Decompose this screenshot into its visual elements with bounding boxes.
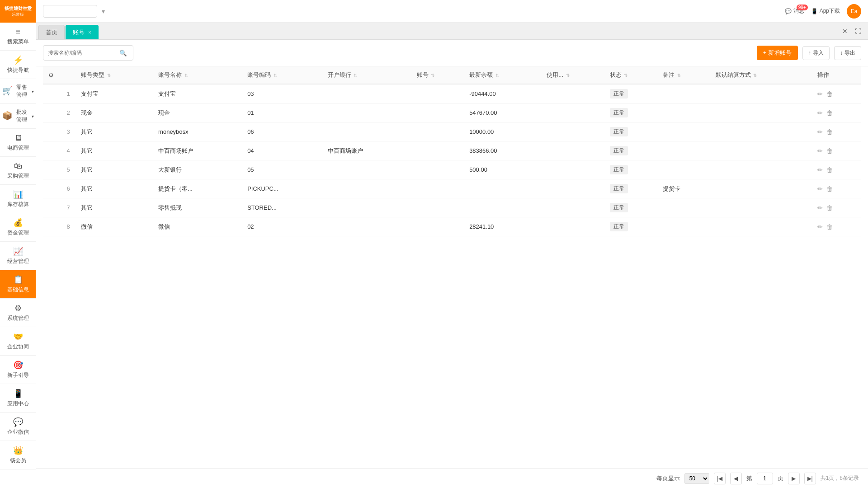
edit-button[interactable]: ✏ [817,109,823,117]
edit-button[interactable]: ✏ [817,204,823,211]
col-balance-header[interactable]: 最新余额 ⇅ [466,66,543,84]
cell-settings [43,84,59,103]
sidebar-item-wholesale[interactable]: 📦 批发管理 ▾ [0,104,36,129]
edit-button[interactable]: ✏ [817,223,823,230]
page-prev-button[interactable]: ◀ [730,473,742,484]
per-page-select[interactable]: 50 20 100 [684,473,709,484]
col-type-label: 账号类型 [81,71,104,78]
cell-balance: 500.00 [466,160,543,179]
col-type-header[interactable]: 账号类型 ⇅ [77,66,155,84]
edit-button[interactable]: ✏ [817,166,823,174]
tab-home[interactable]: 首页 [38,25,65,39]
cell-name: 零售抵现 [155,198,244,217]
app-download-button[interactable]: 📱 App下载 [811,7,840,15]
sidebar-item-purchase[interactable]: 🛍 采购管理 [0,157,36,185]
tab-actions: ✕ ⛶ [840,26,863,37]
sidebar-item-finance[interactable]: 💰 资金管理 [0,213,36,242]
col-default-settle-header[interactable]: 默认结算方式 ⇅ [712,66,814,84]
sidebar-item-system[interactable]: ⚙ 系统管理 [0,299,36,327]
page-first-button[interactable]: |◀ [714,473,726,484]
sidebar-item-ecommerce[interactable]: 🖥 电商管理 [0,129,36,157]
cell-code: 05 [244,160,324,179]
message-button[interactable]: 💬 消息 99+ [785,7,804,15]
cell-balance: -90444.00 [466,84,543,103]
cell-account [413,179,466,198]
dropdown-arrow-icon[interactable]: ▾ [102,8,105,15]
tab-bar: 首页 账号 × ✕ ⛶ [36,23,868,40]
edit-button[interactable]: ✏ [817,147,823,155]
table-row: 8 微信 微信 02 28241.10 正常 ✏ 🗑 [43,217,861,236]
tab-home-label: 首页 [46,28,57,37]
page-last-button[interactable]: ▶| [804,473,816,484]
sidebar-item-inventory[interactable]: 📊 库存核算 [0,185,36,213]
import-button[interactable]: ↑ 导入 [802,46,830,60]
col-status-header[interactable]: 状态 ⇅ [606,66,659,84]
delete-button[interactable]: 🗑 [826,166,833,174]
sidebar-item-newbie[interactable]: 🎯 新手引导 [0,356,36,384]
sidebar-item-wechat-work[interactable]: 💬 企业微信 [0,413,36,441]
finance-icon: 💰 [13,218,23,228]
sidebar-item-search-menu[interactable]: ≡ 搜索菜单 [0,23,36,51]
cell-remark: 提货卡 [659,179,712,198]
sidebar-item-label: 库存核算 [7,201,29,208]
table-row: 4 其它 中百商场账户 04 中百商场账户 383866.00 正常 ✏ 🗑 [43,141,861,160]
cell-status: 正常 [606,217,659,236]
delete-button[interactable]: 🗑 [826,204,833,211]
sidebar-item-basic-info[interactable]: 📋 基础信息 [0,270,36,299]
page-number-input[interactable] [757,473,773,484]
delete-button[interactable]: 🗑 [826,147,833,155]
sort-icon: ⇅ [677,73,681,78]
avatar[interactable]: Ea [847,4,861,19]
tab-expand-button[interactable]: ⛶ [853,26,863,37]
col-code-header[interactable]: 账号编码 ⇅ [244,66,324,84]
cell-name: moneybosx [155,122,244,141]
tab-close-icon[interactable]: × [88,29,91,36]
col-settings[interactable]: ⚙ [43,66,59,84]
export-button[interactable]: ↓ 导出 [834,46,861,60]
delete-button[interactable]: 🗑 [826,185,833,192]
delete-button[interactable]: 🗑 [826,90,833,98]
cell-num: 3 [59,122,77,141]
sidebar-item-label: 基础信息 [7,286,29,294]
edit-button[interactable]: ✏ [817,90,823,98]
page-next-button[interactable]: ▶ [788,473,800,484]
sidebar-item-quick-nav[interactable]: ⚡ 快捷导航 [0,51,36,79]
export-label: 导出 [844,49,855,57]
edit-button[interactable]: ✏ [817,185,823,192]
delete-button[interactable]: 🗑 [826,109,833,117]
tab-close-page-button[interactable]: ✕ [840,26,850,37]
cell-default-settle [712,141,814,160]
col-name-header[interactable]: 账号名称 ⇅ [155,66,244,84]
sidebar-item-app-center[interactable]: 📱 应用中心 [0,384,36,413]
search-button[interactable]: 🔍 [116,46,130,60]
cell-settings [43,103,59,122]
col-account-header[interactable]: 账号 ⇅ [413,66,466,84]
col-default-settle-label: 默认结算方式 [716,71,751,78]
col-bank-header[interactable]: 开户银行 ⇅ [324,66,413,84]
add-account-button[interactable]: + 新增账号 [757,46,798,60]
cell-status: 正常 [606,141,659,160]
purchase-icon: 🛍 [14,161,22,171]
delete-button[interactable]: 🗑 [826,223,833,230]
tab-account[interactable]: 账号 × [66,25,99,39]
cell-code: PICKUPC... [244,179,324,198]
col-usage-header[interactable]: 使用... ⇅ [543,66,606,84]
edit-button[interactable]: ✏ [817,128,823,136]
search-input[interactable] [43,47,116,59]
cell-name: 微信 [155,217,244,236]
sidebar-item-enterprise-collab[interactable]: 🤝 企业协同 [0,327,36,356]
delete-button[interactable]: 🗑 [826,128,833,136]
cell-bank [324,84,413,103]
col-remark-header[interactable]: 备注 ⇅ [659,66,712,84]
cell-type: 其它 [77,122,155,141]
sort-icon: ⇅ [184,73,188,78]
sidebar-item-retail[interactable]: 🛒 零售管理 ▾ [0,79,36,104]
cell-account [413,160,466,179]
top-search-input[interactable] [43,5,97,18]
col-actions-label: 操作 [817,71,829,78]
cell-usage [543,103,606,122]
sort-icon: ⇅ [431,73,434,78]
cell-code: 01 [244,103,324,122]
sidebar-item-business[interactable]: 📈 经营管理 [0,242,36,270]
sidebar-item-vip[interactable]: 👑 畅会员 [0,441,36,469]
